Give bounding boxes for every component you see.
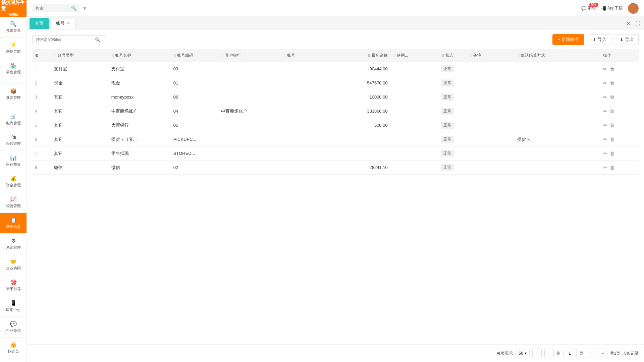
edit-icon[interactable]: ✏: [603, 137, 607, 142]
delete-icon[interactable]: 🗑: [610, 151, 614, 156]
next-page-btn[interactable]: ›: [586, 349, 595, 358]
user-avatar[interactable]: [628, 3, 639, 14]
sidebar-item-wholesale-manage[interactable]: 📦 批发管理 ›: [0, 84, 26, 109]
sidebar-item-quick-nav[interactable]: ⚡ 快捷导航: [0, 38, 26, 58]
topbar-search-input[interactable]: [36, 6, 69, 11]
edit-icon[interactable]: ✏: [603, 66, 607, 72]
export-icon: ⬇: [620, 37, 624, 42]
last-page-btn[interactable]: »: [598, 349, 607, 358]
row-bank: [218, 76, 280, 90]
topbar-search-box[interactable]: 🔍: [32, 4, 79, 12]
topbar-dropdown-icon[interactable]: ▾: [83, 5, 86, 12]
delete-icon[interactable]: 🗑: [610, 95, 614, 100]
sidebar-item-system[interactable]: ⚙ 系统管理: [0, 234, 26, 254]
prev-page-btn[interactable]: ‹: [544, 349, 554, 358]
fullscreen-btn[interactable]: ⛶: [634, 20, 641, 27]
first-page-btn[interactable]: «: [532, 349, 542, 358]
edit-icon[interactable]: ✏: [603, 109, 607, 114]
export-button[interactable]: ⬇ 导出: [615, 34, 639, 45]
row-code: 03: [171, 62, 218, 76]
per-page-select[interactable]: 50 ▾: [516, 350, 529, 357]
import-icon: ⬆: [593, 37, 596, 42]
import-button[interactable]: ⬆ 导入: [588, 34, 611, 45]
app-download-button[interactable]: 📲 App下载: [601, 5, 623, 11]
edit-icon[interactable]: ✏: [603, 151, 607, 156]
search-box[interactable]: 🔍: [32, 35, 106, 44]
status-badge: 正常: [441, 108, 454, 115]
sidebar-item-member[interactable]: 👑 畅会员: [0, 338, 26, 358]
logo-title: 畅捷通好生意: [1, 0, 25, 12]
search-input[interactable]: [36, 37, 93, 42]
row-name: 支付宝: [109, 62, 171, 76]
row-note: [467, 90, 514, 104]
tab-account-close[interactable]: ✕: [67, 21, 70, 25]
row-account: [280, 132, 328, 146]
sidebar-item-basic-info[interactable]: 📋 基础信息: [0, 213, 26, 234]
col-type-header[interactable]: ⇅ 账号类型: [51, 49, 109, 62]
col-status-header[interactable]: ⇅ 状态: [429, 49, 467, 62]
sidebar-item-purchase-manage[interactable]: 🛍 采购管理: [0, 130, 26, 150]
sidebar-item-operations[interactable]: 📈 经营管理: [0, 192, 26, 213]
delete-icon[interactable]: 🗑: [610, 165, 614, 170]
sidebar-label-app-center: 应用中心: [6, 307, 21, 312]
edit-icon[interactable]: ✏: [603, 95, 607, 100]
per-page-value: 50: [519, 351, 523, 356]
edit-icon[interactable]: ✏: [603, 165, 607, 170]
sidebar-icon-purchase-manage: 🛍: [11, 134, 16, 140]
col-name-header[interactable]: ⇅ 账号名称: [109, 49, 171, 62]
sidebar-item-search-menu[interactable]: 🔍 搜索菜单: [0, 17, 26, 38]
per-page-label: 每页显示: [497, 351, 513, 356]
col-balance-header[interactable]: ⇅ 最新余额: [328, 49, 390, 62]
page-number-input[interactable]: [563, 350, 577, 357]
close-tab-btn[interactable]: ✕: [625, 20, 632, 27]
topbar-right: 💬 消息 99+ 📲 App下载: [581, 3, 639, 14]
edit-icon[interactable]: ✏: [603, 80, 607, 86]
row-no: 2: [32, 76, 51, 90]
col-bank-header[interactable]: ⇅ 开户银行: [218, 49, 280, 62]
sidebar-item-ecommerce-manage[interactable]: 🛒 电商管理: [0, 109, 26, 130]
tab-account[interactable]: 账号 ✕: [50, 18, 75, 29]
row-bank: 中百商场账户: [218, 104, 280, 118]
row-status: 正常: [429, 161, 467, 175]
row-note: [467, 118, 514, 132]
sidebar-item-app-center[interactable]: 📱 应用中心: [0, 296, 26, 317]
sidebar-item-enterprise-agreement[interactable]: 🤝 企业协同: [0, 254, 26, 275]
row-default: [515, 104, 600, 118]
sidebar-icon-enterprise-agreement: 🤝: [10, 258, 17, 265]
sidebar-item-new-guide[interactable]: 🎯 新手引导: [0, 275, 26, 296]
col-note-header[interactable]: ⇅ 备注: [467, 49, 514, 62]
row-default: [515, 76, 600, 90]
col-code-header[interactable]: ⇅ 账号编码: [171, 49, 218, 62]
delete-icon[interactable]: 🗑: [610, 80, 614, 86]
table-header-row: ⚙ ⇅ 账号类型 ⇅ 账号名称 ⇅ 账号编码 ⇅ 开户银行 ⇅ 账号 ⇅ 最新余…: [32, 49, 639, 62]
delete-icon[interactable]: 🗑: [610, 137, 614, 142]
col-action-header: 操作: [600, 49, 639, 62]
sidebar-label-ecommerce-manage: 电商管理: [6, 121, 21, 126]
delete-icon[interactable]: 🗑: [610, 109, 614, 114]
tab-home[interactable]: 首页: [30, 18, 49, 29]
row-default: [515, 146, 600, 161]
sidebar-label-operations: 经营管理: [6, 203, 21, 208]
total-pages-label: 共1页，8条记录: [610, 351, 639, 356]
add-account-button[interactable]: + 新增账号: [552, 34, 584, 45]
status-badge: 正常: [441, 164, 454, 171]
row-use: [390, 161, 429, 175]
row-note: [467, 76, 514, 90]
table-row: 8 微信 微信 02 28241.10 正常 ✏ 🗑: [32, 161, 639, 175]
status-badge: 正常: [441, 65, 454, 72]
col-account-header[interactable]: ⇅ 账号: [280, 49, 328, 62]
sidebar-item-finance[interactable]: 💰 资金管理: [0, 171, 26, 192]
delete-icon[interactable]: 🗑: [610, 66, 614, 72]
sidebar-item-inventory[interactable]: 📊 库存核算: [0, 150, 26, 171]
row-use: [390, 118, 429, 132]
col-use-header[interactable]: ⇅ 使用...: [390, 49, 429, 62]
edit-icon[interactable]: ✏: [603, 123, 607, 128]
col-gear[interactable]: ⚙: [32, 49, 51, 62]
sidebar-icon-system: ⚙: [11, 238, 16, 244]
sidebar-item-retail-manage[interactable]: 🏪 零售管理 ›: [0, 58, 26, 84]
col-default-header[interactable]: ⇅ 默认结算方式: [515, 49, 600, 62]
sidebar-item-enterprise-wechat[interactable]: 💬 企业微信: [0, 317, 26, 338]
delete-icon[interactable]: 🗑: [610, 123, 614, 128]
sidebar-label-system: 系统管理: [6, 245, 21, 250]
notification-button[interactable]: 💬 消息 99+: [581, 5, 596, 11]
